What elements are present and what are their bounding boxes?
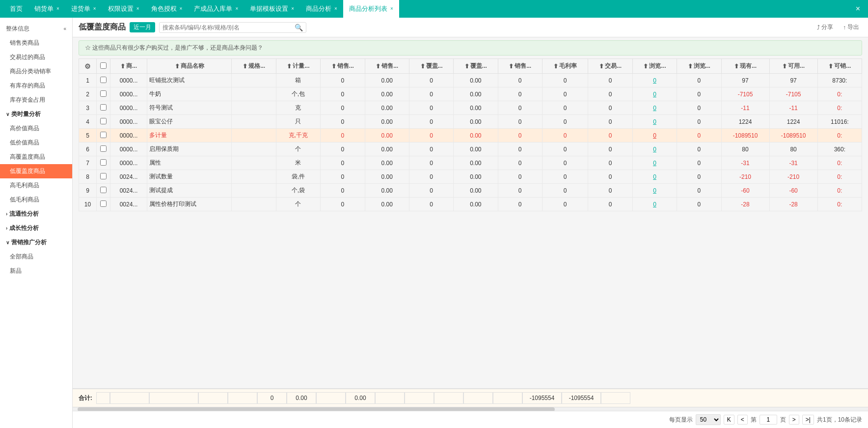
nav-close-permission[interactable]: ×	[136, 0, 139, 18]
cell-gross-rate: 0	[542, 156, 588, 170]
row-checkbox[interactable]	[100, 104, 107, 111]
nav-permission[interactable]: 权限设置 ×	[102, 0, 145, 18]
sidebar-item-low-profit[interactable]: 低毛利商品	[0, 193, 72, 207]
cell-name[interactable]: 旺铺批次测试	[147, 74, 232, 87]
next-page-button[interactable]: >	[789, 415, 799, 425]
nav-close-analysis-list[interactable]: ×	[390, 0, 393, 18]
sidebar-item-traded-goods[interactable]: 交易过的商品	[0, 50, 72, 64]
sidebar-group-marketing[interactable]: ∨ 营销推广分析	[0, 235, 72, 250]
row-checkbox[interactable]	[100, 145, 107, 152]
cell-name[interactable]: 符号测试	[147, 101, 232, 115]
cell-browse1[interactable]: 0	[632, 101, 677, 115]
cell-browse1[interactable]: 0	[632, 184, 677, 198]
cell-checkbox[interactable]	[97, 143, 110, 156]
cell-name[interactable]: 牛奶	[147, 87, 232, 101]
sidebar-item-low-coverage[interactable]: 低覆盖度商品	[0, 164, 72, 178]
per-page-select[interactable]: 50 20 100	[696, 414, 721, 425]
sidebar-item-category-rate[interactable]: 商品分类动销率	[0, 64, 72, 79]
cell-checkbox[interactable]	[97, 129, 110, 143]
sidebar-global-info-header[interactable]: 整体信息 «	[0, 22, 72, 36]
footer-browse1-empty	[463, 392, 493, 404]
nav-close-sales[interactable]: ×	[56, 0, 59, 18]
settings-icon[interactable]: ⚙	[84, 62, 91, 70]
cell-browse1[interactable]: 0	[632, 170, 677, 184]
cell-name[interactable]: 多计量	[147, 129, 232, 143]
export-button[interactable]: ↑ 导出	[840, 22, 862, 33]
row-checkbox[interactable]	[100, 77, 107, 83]
cell-browse1[interactable]: 0	[632, 115, 677, 129]
nav-purchase[interactable]: 进货单 ×	[65, 0, 102, 18]
nav-production[interactable]: 产成品入库单 ×	[188, 0, 244, 18]
row-checkbox[interactable]	[100, 159, 107, 166]
nav-close-production[interactable]: ×	[235, 0, 238, 18]
cell-name[interactable]: 属性价格打印测试	[147, 198, 232, 211]
first-page-button[interactable]: K	[724, 415, 734, 425]
cell-checkbox[interactable]	[97, 170, 110, 184]
nav-role[interactable]: 角色授权 ×	[145, 0, 189, 18]
row-checkbox[interactable]	[100, 118, 107, 124]
row-checkbox[interactable]	[100, 132, 107, 138]
cell-checkbox[interactable]	[97, 198, 110, 211]
cell-cover1: 0	[409, 198, 453, 211]
cell-name[interactable]: 测试提成	[147, 184, 232, 198]
cell-browse1[interactable]: 0	[632, 87, 677, 101]
sidebar-item-in-stock[interactable]: 有库存的商品	[0, 79, 72, 93]
cell-cover2: 0.00	[454, 170, 498, 184]
select-all-checkbox[interactable]	[100, 62, 107, 69]
cell-browse1[interactable]: 0	[632, 198, 677, 211]
cell-checkbox[interactable]	[97, 87, 110, 101]
sidebar-group-category[interactable]: ∨ 类时量分析	[0, 107, 72, 121]
col-settings[interactable]: ⚙	[79, 59, 97, 74]
search-icon[interactable]: 🔍	[295, 24, 303, 31]
sidebar-item-stock-capital[interactable]: 库存资金占用	[0, 93, 72, 107]
nav-analysis-list[interactable]: 商品分析列表 ×	[343, 0, 399, 18]
sidebar-item-high-profit[interactable]: 高毛利商品	[0, 178, 72, 193]
cell-name[interactable]: 测试数量	[147, 170, 232, 184]
cell-browse1[interactable]: 0	[632, 156, 677, 170]
cell-name[interactable]: 启用保质期	[147, 143, 232, 156]
horizontal-scrollbar[interactable]	[73, 407, 868, 411]
row-checkbox[interactable]	[100, 187, 107, 193]
cell-checkbox[interactable]	[97, 101, 110, 115]
prev-page-button[interactable]: <	[737, 415, 748, 425]
table-body: 1 0000... 旺铺批次测试 箱 0 0.00 0 0.00 0 0 0 0…	[79, 74, 862, 211]
search-input[interactable]	[163, 24, 295, 31]
sidebar-item-sales-goods[interactable]: 销售类商品	[0, 36, 72, 50]
nav-sales[interactable]: 销货单 ×	[28, 0, 65, 18]
nav-close-template[interactable]: ×	[291, 0, 294, 18]
cell-checkbox[interactable]	[97, 184, 110, 198]
sidebar-item-high-coverage[interactable]: 高覆盖度商品	[0, 150, 72, 164]
nav-close-analysis[interactable]: ×	[334, 0, 337, 18]
cell-checkbox[interactable]	[97, 115, 110, 129]
time-filter-button[interactable]: 近一月	[130, 22, 155, 32]
sidebar-group-flow[interactable]: › 流通性分析	[0, 207, 72, 221]
sidebar-item-high-value[interactable]: 高价值商品	[0, 121, 72, 136]
nav-close-all-btn[interactable]: ×	[852, 4, 864, 13]
row-checkbox[interactable]	[100, 173, 107, 179]
sidebar-group-growth[interactable]: › 成长性分析	[0, 221, 72, 235]
cell-gross-rate: 0	[542, 143, 588, 156]
row-checkbox[interactable]	[100, 200, 107, 207]
cell-browse1[interactable]: 0	[632, 129, 677, 143]
sidebar-item-low-value[interactable]: 低价值商品	[0, 136, 72, 150]
row-checkbox[interactable]	[100, 90, 107, 97]
nav-analysis[interactable]: 商品分析 ×	[300, 0, 343, 18]
cell-checkbox[interactable]	[97, 156, 110, 170]
cell-sale2: 0	[498, 101, 542, 115]
sidebar-item-new-goods[interactable]: 新品	[0, 264, 72, 278]
share-button[interactable]: ⤴ 分享	[814, 22, 836, 33]
sidebar-item-all-goods[interactable]: 全部商品	[0, 250, 72, 264]
nav-close-purchase[interactable]: ×	[93, 0, 96, 18]
nav-template[interactable]: 单据模板设置 ×	[244, 0, 300, 18]
cell-checkbox[interactable]	[97, 74, 110, 87]
nav-home[interactable]: 首页	[4, 0, 28, 18]
cell-name[interactable]: 属性	[147, 156, 232, 170]
cell-browse1[interactable]: 0	[632, 143, 677, 156]
current-page-input[interactable]	[760, 415, 777, 425]
col-unit: ⬆计量...	[276, 59, 320, 74]
cell-saleable: 360:	[817, 143, 862, 156]
nav-close-role[interactable]: ×	[180, 0, 183, 18]
cell-name[interactable]: 眼宝公仔	[147, 115, 232, 129]
last-page-button[interactable]: >|	[802, 415, 814, 425]
cell-browse1[interactable]: 0	[632, 74, 677, 87]
